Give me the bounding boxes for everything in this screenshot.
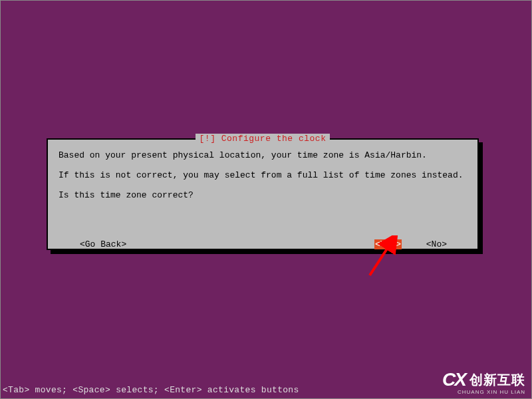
dialog-text-line-1: Based on your present physical location,… <box>59 149 467 162</box>
watermark: CX 创新互联 CHUANG XIN HU LIAN <box>442 369 525 395</box>
yes-button[interactable]: <Yes> <box>374 239 402 249</box>
dialog-text-line-2: If this is not correct, you may select f… <box>59 169 467 182</box>
go-back-button[interactable]: <Go Back> <box>80 239 126 249</box>
configure-clock-dialog: [!] Configure the clock Based on your pr… <box>47 138 479 250</box>
watermark-logo-initials: CX <box>442 369 466 390</box>
dialog-title: [!] Configure the clock <box>196 134 331 144</box>
dialog-text-line-3: Is this time zone correct? <box>59 189 467 202</box>
watermark-cn-text: 创新互联 <box>469 371 525 389</box>
keyboard-hint: <Tab> moves; <Space> selects; <Enter> ac… <box>3 385 299 395</box>
no-button[interactable]: <No> <box>426 239 447 249</box>
dialog-title-wrap: [!] Configure the clock <box>48 134 477 144</box>
dialog-body: Based on your present physical location,… <box>48 140 477 215</box>
